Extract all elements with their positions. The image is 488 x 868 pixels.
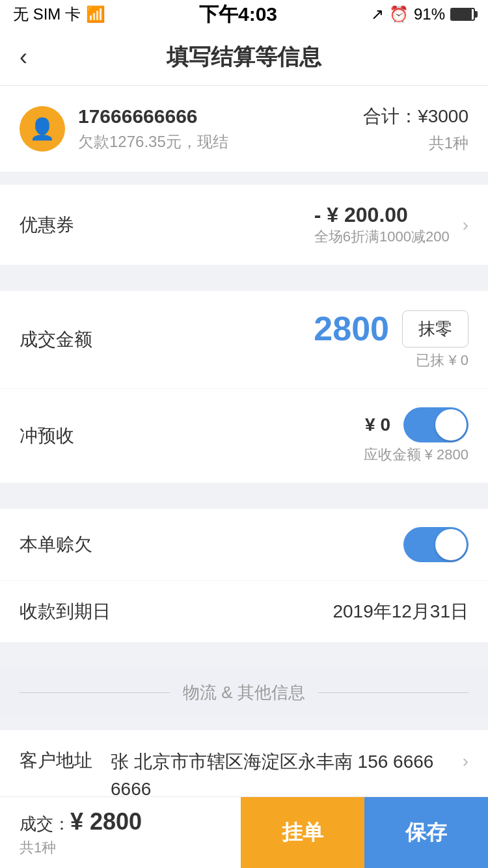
location-icon: ↗ bbox=[371, 5, 384, 23]
coupon-label: 优惠券 bbox=[20, 213, 74, 237]
benshanqiaoqun-section: 本单赊欠 收款到期日 2019年12月31日 bbox=[0, 509, 488, 642]
deal-amount-sub: 已抹 ¥ 0 bbox=[416, 351, 468, 370]
benshanqiaoqun-label: 本单赊欠 bbox=[20, 532, 92, 557]
address-value: 张 北京市市辖区海淀区永丰南 156 6666 6666 bbox=[111, 748, 450, 803]
bottom-deal-amount: ¥ 2800 bbox=[70, 808, 142, 835]
chong-yushou-sub: 应收金额 ¥ 2800 bbox=[364, 445, 468, 465]
title-line-right bbox=[318, 692, 468, 693]
customer-count: 共1种 bbox=[363, 133, 468, 154]
coupon-amount: - ¥ 200.00 bbox=[314, 203, 450, 227]
customer-info: 17666666666 欠款1276.35元，现结 bbox=[78, 105, 228, 152]
due-date-value: 2019年12月31日 bbox=[332, 599, 468, 624]
chong-yushou-label: 冲预收 bbox=[20, 424, 74, 448]
avatar-icon: 👤 bbox=[29, 116, 55, 141]
coupon-right: - ¥ 200.00 全场6折满1000减200 › bbox=[314, 203, 468, 247]
benshanqiaoqun-row: 本单赊欠 bbox=[0, 509, 488, 581]
deal-amount-value: 2800 bbox=[314, 309, 389, 348]
alarm-icon: ⏰ bbox=[389, 5, 409, 23]
content: 👤 17666666666 欠款1276.35元，现结 合计：¥3000 共1种… bbox=[0, 86, 488, 868]
battery-icon bbox=[450, 8, 475, 21]
chong-yushou-row: 冲预收 ¥ 0 应收金额 ¥ 2800 bbox=[0, 389, 488, 483]
coupon-arrow-icon: › bbox=[463, 215, 468, 236]
deal-amount-label: 成交金额 bbox=[20, 327, 92, 352]
deal-amount-section: 成交金额 2800 抹零 已抹 ¥ 0 冲预收 ¥ 0 应收金额 ¥ 2800 bbox=[0, 291, 488, 483]
logistics-title-row: 物流 & 其他信息 bbox=[0, 668, 488, 717]
status-left: 无 SIM 卡 📶 bbox=[13, 4, 105, 25]
nav-bar: ‹ 填写结算等信息 bbox=[0, 29, 488, 86]
status-right: ↗ ⏰ 91% bbox=[371, 5, 475, 23]
round-zero-button[interactable]: 抹零 bbox=[402, 310, 468, 347]
section-divider-3 bbox=[0, 655, 488, 668]
coupon-desc: 全场6折满1000减200 bbox=[314, 227, 450, 247]
battery-text: 91% bbox=[414, 5, 445, 23]
due-date-row: 收款到期日 2019年12月31日 bbox=[0, 581, 488, 642]
wifi-icon: 📶 bbox=[86, 5, 105, 23]
chong-yushou-toggle[interactable] bbox=[403, 407, 468, 442]
bottom-count: 共1种 bbox=[20, 838, 221, 858]
benshanqiaoqun-toggle[interactable] bbox=[403, 527, 468, 562]
customer-total: 合计：¥3000 bbox=[363, 104, 468, 129]
bottom-deal-text: 成交：¥ 2800 bbox=[20, 808, 221, 835]
title-line-left bbox=[20, 692, 170, 693]
logistics-title: 物流 & 其他信息 bbox=[183, 681, 305, 704]
bottom-summary: 成交：¥ 2800 共1种 bbox=[0, 808, 241, 858]
address-arrow-icon: › bbox=[463, 751, 468, 772]
save-button[interactable]: 保存 bbox=[364, 797, 488, 869]
pending-button[interactable]: 挂单 bbox=[241, 797, 364, 869]
customer-total-block: 合计：¥3000 共1种 bbox=[363, 104, 468, 154]
back-button[interactable]: ‹ bbox=[20, 44, 59, 71]
coupon-row[interactable]: 优惠券 - ¥ 200.00 全场6折满1000减200 › bbox=[0, 185, 488, 265]
section-divider-2 bbox=[0, 496, 488, 509]
status-bar: 无 SIM 卡 📶 下午4:03 ↗ ⏰ 91% bbox=[0, 0, 488, 29]
avatar: 👤 bbox=[20, 106, 65, 152]
customer-row: 👤 17666666666 欠款1276.35元，现结 合计：¥3000 共1种 bbox=[0, 86, 488, 172]
customer-sub: 欠款1276.35元，现结 bbox=[78, 131, 228, 152]
address-label: 客户地址 bbox=[20, 748, 98, 773]
status-time: 下午4:03 bbox=[199, 1, 277, 28]
deal-amount-row: 成交金额 2800 抹零 已抹 ¥ 0 bbox=[0, 291, 488, 389]
section-divider-1 bbox=[0, 278, 488, 291]
nav-title: 填写结算等信息 bbox=[167, 42, 321, 72]
chong-amount-value: ¥ 0 bbox=[365, 414, 390, 435]
customer-phone: 17666666666 bbox=[78, 105, 228, 128]
bottom-bar: 成交：¥ 2800 共1种 挂单 保存 bbox=[0, 796, 488, 868]
sim-text: 无 SIM 卡 bbox=[13, 4, 81, 25]
due-date-label: 收款到期日 bbox=[20, 599, 111, 624]
